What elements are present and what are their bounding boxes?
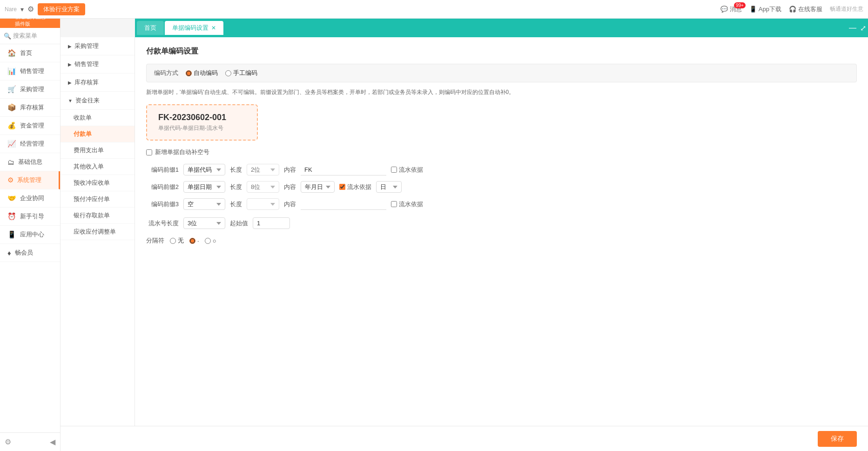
sidebar-item-basic[interactable]: 🗂 基础信息 [0,153,60,171]
sidebar-item-system[interactable]: ⚙ 系统管理 [0,171,60,189]
sidebar-settings-button[interactable]: ⚙ [5,438,11,446]
nav-item-payment[interactable]: 付款单 [61,126,135,142]
tab-home[interactable]: 首页 [137,21,164,35]
sidebar-item-app[interactable]: 📱 应用中心 [0,226,60,244]
app-download-button[interactable]: 📱 App下载 [749,5,781,13]
sidebar-item-capital[interactable]: 💰 资金管理 [0,117,60,135]
prefix2-type-select[interactable]: 单据日期 单据代码 空 [183,181,225,193]
user-name: 畅通道好生意 [830,5,863,13]
sidebar-item-guide[interactable]: ⏰ 新手引导 [0,208,60,226]
prefix1-serial-checkbox[interactable] [391,167,397,173]
code-example-value: FK-20230602-001 [158,113,246,122]
prefix2-serial-checkbox[interactable] [339,184,345,190]
sidebar-item-label: 首页 [20,49,32,57]
guide-icon: ⏰ [7,212,16,221]
prefix1-length-select[interactable]: 2位 [247,164,279,175]
message-badge: 99+ [734,2,746,8]
purchase-icon: 🛒 [7,85,16,94]
nav-item-prepaid-ap[interactable]: 预付冲应付单 [61,191,135,208]
system-icon: ⚙ [7,176,13,184]
separator-none-radio[interactable] [170,238,176,244]
online-service-button[interactable]: 🎧 在线客服 [789,5,822,13]
auto-encode-radio[interactable] [186,70,192,76]
prefix2-content-select[interactable]: 年月日 年月 年 [301,181,335,193]
sidebar-item-label: 应用中心 [20,230,44,239]
sidebar-collapse-button[interactable]: ◀ [50,438,55,446]
nav-group-inventory[interactable]: ▶ 库存核算 [61,74,135,92]
separator-dash-radio[interactable] [205,238,211,244]
nav-item-prepaid-ar[interactable]: 预收冲应收单 [61,175,135,191]
sidebar-search[interactable]: 🔍 搜索菜单 [0,28,60,44]
prefix2-serial-unit-select[interactable]: 日 月 年 [376,181,402,193]
nav-group-label: 库存核算 [74,78,99,87]
nav-group-sales[interactable]: ▶ 销售管理 [61,55,135,74]
sidebar-item-label: 系统管理 [17,176,41,184]
manual-encode-radio[interactable] [225,70,231,76]
sidebar-item-label: 销售管理 [20,67,44,75]
nav-dropdown-button[interactable]: ▾ [20,6,24,13]
tab-close-icon[interactable]: ✕ [211,25,216,31]
separator-dot-radio[interactable] [189,238,195,244]
prefix3-length-label: 长度 [230,200,242,209]
prefix3-length-select[interactable] [247,198,279,210]
serial-length-select[interactable]: 3位 4位 5位 6位 [183,217,225,229]
prefix3-serial-check[interactable]: 流水依据 [391,200,423,209]
prefix1-row: 编码前缀1 单据代码 单据日期 空 长度 2位 内容 流水依据 [146,164,857,175]
nav-group-purchase[interactable]: ▶ 采购管理 [61,37,135,55]
sidebar-item-home[interactable]: 🏠 首页 [0,44,60,62]
prefix1-type-select[interactable]: 单据代码 单据日期 空 [183,164,225,175]
sidebar: 🐱 畅通道好生意插件版 🔍 搜索菜单 🏠 首页 📊 销售管理 🛒 采购管理 📦 … [0,0,61,451]
main-wrapper: 首页 单据编码设置 ✕ — ⤢ 付款单编码设置 编码方式 自动编码 手工编码 [135,19,868,451]
tab-encoding-settings[interactable]: 单据编码设置 ✕ [165,21,223,35]
separator-none-option[interactable]: 无 [170,236,184,245]
sidebar-item-sales[interactable]: 📊 销售管理 [0,62,60,81]
prefix3-serial-checkbox[interactable] [391,201,397,207]
auto-fill-checkbox[interactable] [146,149,152,155]
sidebar-item-label: 经营管理 [20,140,44,148]
sidebar-item-label: 畅会员 [15,249,33,257]
sidebar-item-enterprise[interactable]: 🤝 企业协同 [0,189,60,208]
tab-expand-button[interactable]: ⤢ [860,24,866,33]
nav-item-bank[interactable]: 银行存取款单 [61,208,135,224]
separator-dot-label: · [197,237,199,244]
prefix2-serial-check[interactable]: 流水依据 [339,183,371,191]
prefix3-type-select[interactable]: 空 单据代码 单据日期 [183,198,225,210]
info-text: 新增单据时，'单据编码'自动生成、不可编辑。前缀设置为部门、业务员等档案类，开单… [146,88,857,97]
headset-icon: 🎧 [789,6,796,13]
basic-icon: 🗂 [7,158,14,166]
save-button[interactable]: 保存 [818,431,857,447]
sidebar-item-inventory[interactable]: 📦 库存核算 [0,99,60,117]
nav-item-expense[interactable]: 费用支出单 [61,142,135,159]
sidebar-item-label: 企业协同 [20,194,44,202]
tab-bar-right: — ⤢ [849,24,866,33]
manual-encode-option[interactable]: 手工编码 [225,69,257,77]
serial-start-input[interactable] [253,217,290,229]
page-title: 付款单编码设置 [146,47,857,56]
separator-none-label: 无 [178,236,184,245]
chevron-right-icon: ▶ [68,62,72,67]
separator-dot-option[interactable]: · [189,237,199,244]
nav-item-other-income[interactable]: 其他收入单 [61,159,135,175]
nav-item-adjustment[interactable]: 应收应付调整单 [61,224,135,240]
prefix2-length-select[interactable]: 8位 [247,181,279,193]
nav-item-receipt[interactable]: 收款单 [61,110,135,126]
message-button[interactable]: 💬 消息 99+ [720,5,742,13]
search-icon: 🔍 [4,33,11,40]
sidebar-item-member[interactable]: ♦ 畅会员 [0,244,60,262]
manual-encode-label: 手工编码 [233,69,257,77]
sidebar-item-management[interactable]: 📈 经营管理 [0,135,60,153]
prefix1-serial-check[interactable]: 流水依据 [391,166,423,174]
settings-icon-button[interactable]: ⚙ [27,5,34,13]
nav-group-capital[interactable]: ▼ 资金往来 [61,92,135,110]
chevron-down-icon: ▼ [68,98,73,103]
prefix1-label: 编码前缀1 [146,166,179,174]
sidebar-item-label: 资金管理 [20,121,44,130]
cta-button[interactable]: 体验行业方案 [38,3,85,15]
tab-minimize-button[interactable]: — [849,24,856,32]
sidebar-item-purchase[interactable]: 🛒 采购管理 [0,81,60,99]
sidebar-item-label: 基础信息 [18,158,42,166]
encode-type-label: 编码方式 [154,69,178,77]
auto-encode-option[interactable]: 自动编码 [186,69,218,77]
prefix1-length-label: 长度 [230,166,242,174]
separator-dash-option[interactable]: ○ [205,237,216,244]
